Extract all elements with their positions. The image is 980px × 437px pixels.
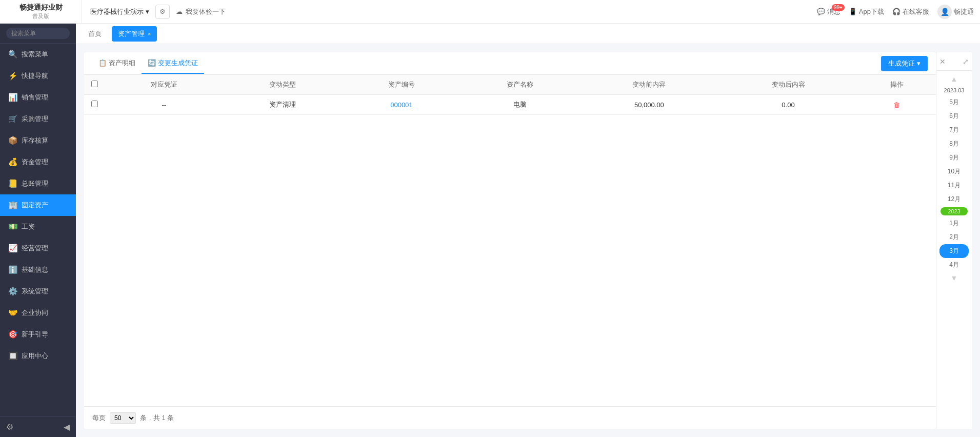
sidebar-item-inventory[interactable]: 📦 库存核算: [0, 130, 76, 151]
enterprise-icon: 🤝: [8, 308, 17, 317]
messages-badge: 99+: [832, 4, 845, 11]
col-change-type: 变动类型: [224, 75, 343, 95]
sidebar-item-purchase[interactable]: 🛒 采购管理: [0, 108, 76, 130]
sidebar-item-operations[interactable]: 📈 经营管理: [0, 237, 76, 259]
chevron-down-icon: ▾: [146, 8, 149, 15]
select-all-checkbox[interactable]: [91, 81, 98, 87]
ledger-icon: 📒: [8, 179, 17, 188]
search-input[interactable]: [6, 28, 70, 39]
table-header-row: 对应凭证 变动类型 资产编号 资产名称 变动前内容 变动后内容 操作: [84, 75, 936, 95]
collapse-icon[interactable]: ◀: [64, 422, 70, 432]
sidebar-label-quick-nav: 快捷导航: [22, 71, 48, 81]
timeline-month-7[interactable]: 7月: [936, 123, 972, 137]
settings-button[interactable]: ⚙: [155, 5, 170, 19]
timeline-month-5[interactable]: 5月: [936, 95, 972, 109]
cell-change-type: 资产清理: [224, 95, 343, 115]
payroll-icon: 💵: [8, 222, 17, 231]
panel-close-button[interactable]: ✕: [939, 57, 946, 66]
col-operation: 操作: [858, 75, 936, 95]
data-table: 对应凭证 变动类型 资产编号 资产名称 变动前内容 变动后内容 操作: [84, 75, 936, 115]
timeline-up-button[interactable]: ▲: [936, 73, 972, 85]
timeline-month-10[interactable]: 10月: [936, 165, 972, 178]
header-checkbox-cell: [84, 75, 105, 95]
sidebar-item-payroll[interactable]: 💵 工资: [0, 216, 76, 237]
sidebar-label-basic-info: 基础信息: [22, 265, 48, 274]
timeline-down-button[interactable]: ▼: [936, 272, 972, 284]
experience-label: 我要体验一下: [186, 7, 226, 16]
download-icon: 📱: [849, 8, 857, 15]
timeline-month-9[interactable]: 9月: [936, 151, 972, 165]
sidebar-label-purchase: 采购管理: [22, 114, 48, 124]
inner-tab-asset-detail[interactable]: 📋 资产明细: [92, 53, 142, 74]
sidebar-item-quick-nav[interactable]: ⚡ 快捷导航: [0, 65, 76, 87]
settings-bottom-icon[interactable]: ⚙: [6, 422, 13, 432]
table-area: 对应凭证 变动类型 资产编号 资产名称 变动前内容 变动后内容 操作: [84, 75, 936, 406]
funds-icon: 💰: [8, 157, 17, 167]
sidebar-label-search: 搜索菜单: [22, 50, 48, 59]
row-checkbox[interactable]: [91, 101, 98, 107]
timeline-month-6[interactable]: 6月: [936, 109, 972, 123]
sidebar-item-fixed-assets[interactable]: 🏢 固定资产: [0, 194, 76, 216]
experience-button[interactable]: ☁ 我要体验一下: [176, 7, 226, 16]
inner-tab2-label: 变更生成凭证: [158, 58, 198, 68]
app-center-icon: 🔲: [8, 351, 17, 361]
generate-btn-label: 生成凭证: [888, 59, 915, 68]
per-page-select[interactable]: 10 20 50 100: [110, 412, 136, 424]
sidebar-item-basic-info[interactable]: ℹ️ 基础信息: [0, 259, 76, 281]
timeline-month-12[interactable]: 12月: [936, 192, 972, 206]
sidebar-label-app-center: 应用中心: [22, 351, 48, 361]
basic-info-icon: ℹ️: [8, 265, 17, 274]
sidebar-search-area: [0, 24, 76, 44]
timeline-month-8[interactable]: 8月: [936, 137, 972, 151]
sidebar-menu: 🔍 搜索菜单 ⚡ 快捷导航 📊 销售管理 🛒 采购管理 📦 库存核算 💰: [0, 44, 76, 416]
inventory-icon: 📦: [8, 136, 17, 145]
header-right: 💬 消息 99+ 📱 App下载 🎧 在线客服 👤 畅捷通: [817, 5, 974, 19]
company-selector[interactable]: 医疗器械行业演示 ▾: [90, 7, 149, 16]
panel-expand-button[interactable]: ⤢: [963, 57, 969, 66]
online-service-button[interactable]: 🎧 在线客服: [892, 7, 929, 16]
app-title: 畅捷通好业财: [19, 3, 63, 12]
tab-home[interactable]: 首页: [82, 26, 108, 42]
sidebar-item-system[interactable]: ⚙️ 系统管理: [0, 281, 76, 302]
sidebar-item-enterprise[interactable]: 🤝 企业协同: [0, 302, 76, 324]
sidebar-item-guide[interactable]: 🎯 新手引导: [0, 324, 76, 345]
generate-voucher-button[interactable]: 生成凭证 ▾: [881, 56, 928, 71]
tab-asset-label: 资产管理: [118, 29, 145, 38]
timeline-month-3[interactable]: 3月: [939, 244, 969, 258]
cell-operation: 🗑: [858, 95, 936, 115]
gear-icon: ⚙: [159, 8, 166, 15]
timeline-month-2[interactable]: 2月: [936, 230, 972, 244]
timeline-month-4[interactable]: 4月: [936, 258, 972, 272]
col-after-content: 变动后内容: [718, 75, 857, 95]
tab-close-icon[interactable]: ×: [148, 31, 151, 37]
app-subtitle: 普及版: [32, 12, 49, 20]
sidebar-item-ledger[interactable]: 📒 总账管理: [0, 173, 76, 194]
online-service-label: 在线客服: [903, 7, 929, 16]
inner-tab-generate-voucher[interactable]: 🔄 变更生成凭证: [142, 53, 204, 74]
sidebar-item-sales[interactable]: 📊 销售管理: [0, 87, 76, 108]
delete-icon[interactable]: 🗑: [893, 101, 900, 109]
system-icon: ⚙️: [8, 287, 17, 296]
app-download-button[interactable]: 📱 App下载: [849, 7, 884, 16]
logo-area: 畅捷通好业财 普及版: [6, 0, 82, 23]
timeline-month-11[interactable]: 11月: [936, 178, 972, 192]
sidebar-item-app-center[interactable]: 🔲 应用中心: [0, 345, 76, 367]
cell-asset-no[interactable]: 000001: [342, 95, 461, 115]
sidebar-label-enterprise: 企业协同: [22, 308, 48, 317]
cell-before-content: 50,000.00: [579, 95, 718, 115]
sidebar-label-sales: 销售管理: [22, 93, 48, 102]
tab-home-label: 首页: [88, 29, 102, 38]
username: 畅捷通: [954, 7, 974, 16]
messages-button[interactable]: 💬 消息 99+: [817, 7, 841, 16]
timeline-year-2023[interactable]: 2023: [941, 207, 968, 215]
tab-asset-mgmt[interactable]: 资产管理 ×: [112, 26, 157, 42]
cell-voucher: --: [105, 95, 224, 115]
user-area[interactable]: 👤 畅捷通: [937, 5, 974, 19]
timeline-month-1[interactable]: 1月: [936, 216, 972, 230]
per-page-label: 每页: [92, 413, 106, 423]
sidebar-item-search[interactable]: 🔍 搜索菜单: [0, 44, 76, 65]
inner-tab1-label: 资产明细: [109, 58, 135, 68]
sidebar-item-funds[interactable]: 💰 资金管理: [0, 151, 76, 173]
page-content: 📋 资产明细 🔄 变更生成凭证 生成凭证 ▾: [76, 44, 980, 437]
guide-icon: 🎯: [8, 330, 17, 339]
